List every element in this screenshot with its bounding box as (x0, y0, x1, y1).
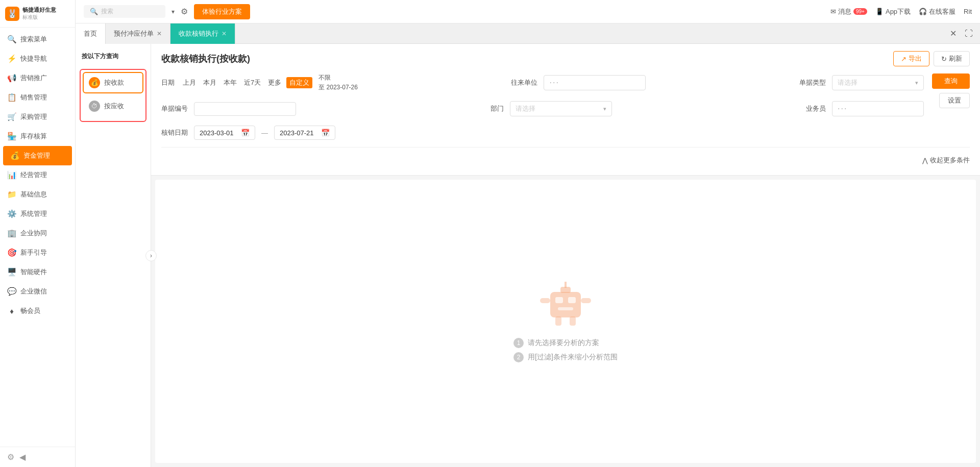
app-label: App下载 (886, 7, 911, 16)
setting-button[interactable]: 设置 (939, 93, 970, 108)
doc-no-input[interactable] (194, 102, 296, 116)
sidebar-label: 企业协同 (20, 229, 47, 238)
export-button[interactable]: ↗ 导出 (893, 51, 929, 66)
settings-footer-icon[interactable]: ⚙ (7, 452, 14, 462)
tab-receipt-label: 收款核销执行 (179, 29, 218, 38)
dept-select[interactable]: 请选择 ▾ (510, 101, 612, 116)
logo-icon: 🐰 (5, 7, 19, 21)
query-button[interactable]: 查询 (932, 73, 970, 89)
tab-prepay[interactable]: 预付冲应付单 ✕ (106, 23, 170, 44)
hardware-icon: 🖥️ (7, 267, 16, 277)
empty-illustration (535, 277, 596, 328)
doc-type-select[interactable]: 请选择 ▾ (832, 75, 924, 90)
collapse-panel-button[interactable]: › (145, 250, 157, 261)
gear-icon[interactable]: ⚙ (181, 7, 188, 16)
tab-home[interactable]: 首页 (76, 23, 106, 44)
svg-rect-5 (565, 282, 567, 288)
export-icon: ↗ (901, 55, 906, 63)
tab-receipt[interactable]: 收款核销执行 ✕ (170, 23, 235, 44)
svg-rect-1 (555, 297, 563, 303)
search-icon: 🔍 (90, 8, 98, 15)
date-this-month[interactable]: 本月 (201, 77, 218, 88)
quick-nav-icon: ⚡ (7, 54, 16, 63)
date-row: 日期 上月 本月 本年 近7天 更多 自定义 (161, 73, 924, 92)
refresh-icon: ↻ (941, 55, 947, 63)
receivable-label: 按应收 (104, 102, 124, 111)
calendar-start-icon[interactable]: 📅 (241, 129, 250, 137)
counterparty-input[interactable]: ··· (544, 75, 646, 90)
empty-tip-2: 2 用[过滤]条件来缩小分析范围 (513, 352, 618, 362)
staff-label: 业务员 (806, 104, 826, 113)
sidebar-item-hardware[interactable]: 🖥️ 智能硬件 (0, 262, 75, 282)
maximize-button[interactable]: ⛶ (962, 28, 976, 39)
filter-options-container: 💰 按收款 ⏱ 按应收 (80, 69, 146, 122)
search-placeholder: 搜索 (101, 7, 113, 16)
sidebar-item-sales[interactable]: 📋 销售管理 (0, 88, 75, 107)
verify-date-start[interactable]: 2023-03-01 📅 (194, 126, 255, 140)
doc-type-placeholder: 请选择 (838, 78, 857, 87)
robot-svg (535, 277, 596, 328)
sidebar-item-guide[interactable]: 🎯 新手引导 (0, 243, 75, 262)
operations-icon: 📊 (7, 170, 16, 180)
msg-button[interactable]: ✉ 消息 99+ (830, 7, 867, 16)
export-label: 导出 (909, 54, 922, 63)
date-custom[interactable]: 自定义 (286, 77, 312, 88)
sidebar-menu: 🔍 搜索菜单 ⚡ 快捷导航 📢 营销推广 📋 销售管理 🛒 采购管理 🏪 库存核… (0, 28, 75, 447)
sidebar-footer: ⚙ ◀ (0, 447, 75, 467)
receipt-icon: 💰 (89, 77, 100, 88)
close-tab-button[interactable]: ✕ (947, 28, 960, 39)
sidebar-item-member[interactable]: ♦ 畅会员 (0, 301, 75, 321)
date-last-month[interactable]: 上月 (181, 77, 198, 88)
sidebar-item-system[interactable]: ⚙️ 系统管理 (0, 204, 75, 224)
dept-chevron-icon: ▾ (603, 106, 606, 112)
sidebar-item-finance[interactable]: 💰 资金管理 (3, 146, 72, 165)
sidebar-item-wechat[interactable]: 💬 企业微信 (0, 282, 75, 301)
date-7days[interactable]: 近7天 (242, 77, 263, 88)
service-button[interactable]: 🎧 在线客服 (919, 7, 955, 16)
tab-prepay-close[interactable]: ✕ (157, 30, 162, 37)
basic-icon: 📁 (7, 190, 16, 199)
search-box[interactable]: 🔍 搜索 (84, 5, 165, 18)
sidebar-item-enterprise[interactable]: 🏢 企业协同 (0, 224, 75, 243)
sidebar-label: 企业微信 (20, 287, 47, 296)
solution-button[interactable]: 体验行业方案 (194, 4, 250, 19)
sidebar-item-basic[interactable]: 📁 基础信息 (0, 185, 75, 204)
app-icon: 📱 (875, 8, 884, 15)
collapse-label: 收起更多条件 (930, 156, 970, 165)
empty-tips: 1 请先选择要分析的方案 2 用[过滤]条件来缩小分析范围 (513, 338, 618, 366)
page-title: 收款核销执行(按收款) (161, 53, 250, 65)
sidebar-item-search-menu[interactable]: 🔍 搜索菜单 (0, 30, 75, 49)
user-info[interactable]: Rit (964, 8, 972, 15)
verify-start-text: 2023-03-01 (200, 129, 234, 137)
staff-input[interactable]: ··· (832, 101, 924, 116)
app-download-button[interactable]: 📱 App下载 (875, 7, 911, 16)
filter-by-receipt[interactable]: 💰 按收款 (83, 72, 143, 93)
sales-icon: 📋 (7, 93, 16, 102)
calendar-end-icon[interactable]: 📅 (321, 129, 330, 137)
empty-state: 1 请先选择要分析的方案 2 用[过滤]条件来缩小分析范围 (155, 180, 976, 463)
collapse-sidebar-icon[interactable]: ◀ (19, 452, 26, 462)
sidebar-label: 畅会员 (20, 306, 40, 315)
sidebar-label: 系统管理 (20, 209, 47, 218)
dropdown-icon[interactable]: ▾ (172, 8, 175, 15)
collapse-button[interactable]: ⋀ 收起更多条件 (922, 152, 970, 169)
chevron-down-icon: ▾ (915, 80, 918, 86)
svg-rect-8 (555, 316, 561, 326)
filter-row-2: 单据编号 部门 请选择 ▾ 业务员 ··· (161, 101, 924, 116)
tab-receipt-close[interactable]: ✕ (222, 30, 227, 37)
filter-panel-title: 按以下方查询 (80, 50, 146, 63)
verify-date-end[interactable]: 2023-07-21 📅 (274, 126, 335, 140)
sidebar-item-operations[interactable]: 📊 经营管理 (0, 165, 75, 185)
refresh-button[interactable]: ↻ 刷新 (934, 51, 970, 66)
sidebar-item-purchase[interactable]: 🛒 采购管理 (0, 107, 75, 127)
date-this-year[interactable]: 本年 (222, 77, 239, 88)
date-more[interactable]: 更多 (266, 77, 283, 88)
sidebar-label: 采购管理 (20, 112, 47, 121)
date-range-display: 不限 至 2023-07-26 (318, 73, 358, 92)
enterprise-icon: 🏢 (7, 229, 16, 238)
sidebar-item-quick-nav[interactable]: ⚡ 快捷导航 (0, 49, 75, 68)
filter-by-receivable[interactable]: ⏱ 按应收 (83, 95, 143, 117)
sidebar-item-marketing[interactable]: 📢 营销推广 (0, 68, 75, 88)
doc-no-label: 单据编号 (161, 104, 188, 113)
sidebar-item-inventory[interactable]: 🏪 库存核算 (0, 127, 75, 146)
